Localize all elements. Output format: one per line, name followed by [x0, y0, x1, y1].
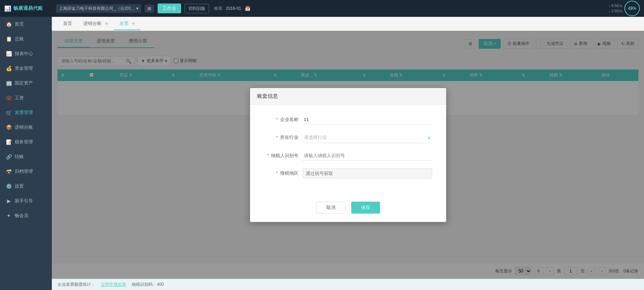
company-name-input[interactable]	[303, 115, 432, 124]
tax-region-label: * 报税地区	[264, 170, 303, 176]
sidebar-item-label: 进销台账	[15, 124, 33, 130]
sidebar-item-label: 畅会员	[15, 213, 28, 219]
modal-header: 账套信息	[250, 88, 446, 105]
reports-icon: 📈	[6, 51, 12, 56]
sidebar-item-archive[interactable]: 🗃️ 归档管理	[0, 164, 52, 179]
calendar-icon[interactable]: 📅	[245, 6, 250, 11]
sidebar-item-label: 新手引导	[15, 198, 33, 204]
company-name: 上海卯金刀电子科技有限公司_（台201...	[59, 6, 135, 12]
sidebar-item-label: 首页	[15, 21, 24, 27]
sidebar-item-guide[interactable]: ▶ 新手引导	[0, 194, 52, 208]
content-area: 销项发票 进项发票 费用小票 ⊞ 取票 ▾ ☰	[52, 31, 644, 279]
sidebar-item-label: 固定资产	[15, 80, 33, 86]
speed-up: ↑	[608, 4, 610, 8]
reconcile-icon: 🔗	[6, 154, 12, 160]
modal-title: 账套信息	[257, 93, 278, 99]
sidebar-item-fixed-assets[interactable]: 🏢 固定资产	[0, 76, 52, 90]
member-icon: ✦	[6, 213, 12, 218]
modal-overlay: 账套信息 * 企业名称 * 所在行	[52, 31, 644, 279]
tax-region-row: * 报税地区	[264, 168, 432, 178]
sidebar-item-label: 工资	[15, 95, 24, 101]
modal-footer: 取消 保存	[250, 196, 446, 222]
sidebar-item-label: 结账	[15, 154, 24, 160]
modal-body: * 企业名称 * 所在行业 请选择行业 ∨	[250, 105, 446, 196]
sidebar-item-salary[interactable]: 💼 工资	[0, 90, 52, 105]
period-value: 2016-01	[226, 6, 241, 11]
speed-stats: ↑ 8.5K/s ↓ 2.6K/s	[608, 3, 622, 14]
account-info-modal: 账套信息 * 企业名称 * 所在行	[250, 88, 446, 222]
tab-close-invoice[interactable]: ✕	[132, 21, 135, 26]
tab-invoice[interactable]: 发票 ✕	[114, 18, 141, 30]
sidebar-item-label: 总账	[15, 36, 24, 42]
bottom-text: 企业发票额度统计：	[57, 282, 95, 288]
topbar-right: ↑ 8.5K/s ↓ 2.6K/s 49%	[608, 1, 640, 16]
tab-close-purchase[interactable]: ✕	[105, 21, 108, 26]
bottom-info: 纳税识别码：400	[132, 282, 164, 288]
purchase-sales-icon: 📦	[6, 124, 12, 130]
topbar-icon-button[interactable]: ⊞	[145, 5, 154, 13]
industry-label: * 所在行业	[264, 134, 303, 141]
archive-icon: 🗃️	[6, 169, 12, 174]
funds-icon: 💰	[6, 66, 12, 71]
settings-icon: ⚙️	[6, 183, 12, 189]
required-mark-region: *	[276, 170, 278, 176]
industry-placeholder: 请选择行业	[304, 134, 427, 141]
company-name-row: * 企业名称	[264, 115, 432, 124]
tabbar: 首页 进销台账 ✕ 发票 ✕	[52, 17, 644, 31]
sidebar-item-funds[interactable]: 💰 资金管理	[0, 61, 52, 76]
company-selector[interactable]: 上海卯金刀电子科技有限公司_（台201... ▾	[56, 4, 141, 13]
industry-dropdown-icon: ∨	[427, 135, 431, 140]
tax-region-input	[303, 168, 432, 178]
logo-text: 畅康通易代账	[13, 5, 43, 12]
required-mark: *	[276, 117, 278, 122]
company-name-label: * 企业名称	[264, 116, 303, 123]
main-area: 上海卯金刀电子科技有限公司_（台201... ▾ ⊞ 工作台 切到旧版 账期 2…	[52, 0, 644, 290]
sidebar-item-ledger[interactable]: 📋 总账	[0, 32, 52, 46]
topbar: 上海卯金刀电子科技有限公司_（台201... ▾ ⊞ 工作台 切到旧版 账期 2…	[52, 0, 644, 17]
bottom-bar: 企业发票额度统计： 立即开通发票 纳税识别码：400	[52, 279, 644, 290]
sidebar-item-reports[interactable]: 📈 报表中心	[0, 46, 52, 61]
sidebar-item-tax[interactable]: 📝 税务管理	[0, 135, 52, 149]
sidebar-item-label: 资金管理	[15, 65, 33, 72]
workbench-button[interactable]: 工作台	[158, 4, 181, 13]
app-logo: 📊 畅康通易代账	[0, 0, 52, 17]
tab-purchase[interactable]: 进销台账 ✕	[78, 18, 114, 30]
required-mark-tax: *	[267, 153, 269, 158]
ledger-icon: 📋	[6, 36, 12, 42]
cancel-button[interactable]: 取消	[316, 202, 346, 214]
sidebar-item-reconcile[interactable]: 🔗 结账	[0, 149, 52, 164]
sidebar-item-invoice-mgmt[interactable]: 🛒 发票管理	[0, 105, 52, 120]
old-version-button[interactable]: 切到旧版	[185, 4, 209, 13]
required-mark-industry: *	[276, 135, 278, 140]
sidebar: 📊 畅康通易代账 🏠 首页 📋 总账 📈 报表中心 💰 资金管理 🏢 固定资产 …	[0, 0, 52, 290]
sidebar-item-label: 归档管理	[15, 168, 33, 175]
salary-icon: 💼	[6, 95, 12, 101]
speed-down: ↓	[608, 9, 610, 13]
save-button[interactable]: 保存	[351, 202, 380, 214]
sidebar-item-member[interactable]: ✦ 畅会员	[0, 208, 52, 223]
sidebar-item-label: 发票管理	[15, 109, 33, 116]
industry-select-wrap[interactable]: 请选择行业 ∨	[303, 132, 432, 143]
invoice-mgmt-icon: 🛒	[6, 110, 12, 115]
bottom-link[interactable]: 立即开通发票	[101, 282, 126, 288]
company-dropdown-icon: ▾	[136, 6, 138, 11]
speed-indicator: 49%	[624, 1, 640, 16]
fixed-assets-icon: 🏢	[6, 80, 12, 86]
tax-id-input[interactable]	[303, 151, 432, 161]
logo-icon: 📊	[4, 5, 11, 12]
sidebar-item-home[interactable]: 🏠 首页	[0, 17, 52, 32]
speed-percent: 49%	[628, 6, 636, 11]
tax-id-row: * 纳税人识别号	[264, 151, 432, 161]
tax-icon: 📝	[6, 139, 12, 145]
tab-home[interactable]: 首页	[57, 18, 78, 30]
sidebar-item-label: 报表中心	[15, 50, 33, 57]
home-icon: 🏠	[6, 21, 12, 27]
tax-id-label: * 纳税人识别号	[264, 153, 303, 159]
sidebar-item-purchase-sales[interactable]: 📦 进销台账	[0, 120, 52, 135]
industry-row: * 所在行业 请选择行业 ∨	[264, 132, 432, 143]
period-label: 账期	[214, 6, 222, 12]
guide-icon: ▶	[6, 198, 12, 204]
sidebar-item-settings[interactable]: ⚙️ 设置	[0, 179, 52, 194]
sidebar-item-label: 设置	[15, 183, 24, 189]
sidebar-item-label: 税务管理	[15, 139, 33, 145]
